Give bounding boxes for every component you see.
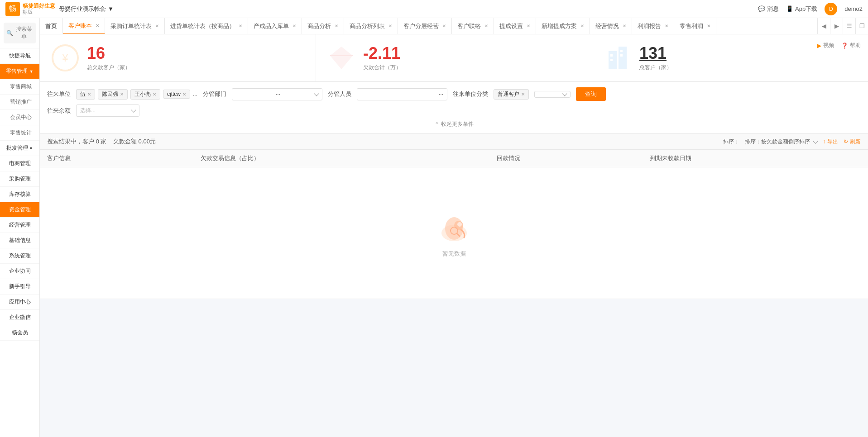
export-button[interactable]: ↑ 导出 xyxy=(823,138,838,146)
tab-new-commission-plan[interactable]: 新增提成方案 ✕ xyxy=(536,18,590,34)
total-customers-value: 131 xyxy=(639,44,672,62)
tab-close-product-analysis[interactable]: ✕ xyxy=(335,24,338,28)
search-menu-button[interactable]: 🔍 搜索菜单 xyxy=(4,23,36,43)
unit-tag-wu-close[interactable]: ✕ xyxy=(87,92,91,97)
tab-inbound-stats[interactable]: 进货单统计表（按商品） ✕ xyxy=(165,18,248,34)
unit-category-dropdown[interactable] xyxy=(534,91,571,98)
avatar[interactable]: D xyxy=(825,3,837,15)
balance-filter-dropdown[interactable]: 选择... xyxy=(76,104,139,117)
filter-row-1: 往来单位 伍 ✕ 陈民强 ✕ 王小亮 ✕ xyxy=(47,87,861,101)
app-subname: 标版 xyxy=(23,9,55,15)
content-area: 首页 客户账本 ✕ 采购订单统计表 ✕ 进货单统计表（按商品） ✕ 产成品入库单… xyxy=(40,18,868,437)
tab-close-customer-contact[interactable]: ✕ xyxy=(484,24,488,28)
col-repayment-status: 回款情况 xyxy=(489,150,643,167)
tab-close-customer-segment[interactable]: ✕ xyxy=(442,24,446,28)
sidebar-item-new-guide[interactable]: 新手引导 xyxy=(0,279,39,294)
sidebar-item-vip-member[interactable]: 畅会员 xyxy=(0,325,39,341)
tab-customer-account[interactable]: 客户账本 ✕ xyxy=(63,18,105,34)
chevron-down-icon-wholesale: ▼ xyxy=(29,146,33,151)
sidebar-item-retail-manage[interactable]: 零售管理 ▼ xyxy=(0,64,39,79)
store-select[interactable]: 母婴行业演示帐套 ▼ xyxy=(59,5,114,13)
tab-purchase-order-stats[interactable]: 采购订单统计表 ✕ xyxy=(105,18,165,34)
help-action-btn[interactable]: ❓ 帮助 xyxy=(841,42,861,49)
unit-category-normal-close[interactable]: ✕ xyxy=(521,92,525,97)
tab-business-status[interactable]: 经营情况 ✕ xyxy=(590,18,632,34)
tab-commission-settings[interactable]: 提成设置 ✕ xyxy=(494,18,536,34)
sidebar-item-retail-mall[interactable]: 零售商城 xyxy=(0,79,39,95)
sidebar-item-inventory[interactable]: 库存核算 xyxy=(0,187,39,202)
collapse-button[interactable]: ⌃ 收起更多条件 xyxy=(47,120,861,128)
tab-close-inbound[interactable]: ✕ xyxy=(239,24,242,28)
tab-close-cost-inbound[interactable]: ✕ xyxy=(293,24,296,28)
search-button[interactable]: 查询 xyxy=(576,87,606,101)
page-content: ¥ 16 总欠款客户（家） xyxy=(40,34,868,437)
sidebar-item-purchase[interactable]: 采购管理 xyxy=(0,171,39,187)
tab-close-profit[interactable]: ✕ xyxy=(665,24,668,28)
empty-row: 暂无数据 xyxy=(40,167,868,299)
sidebar-item-wholesale[interactable]: 批发管理 ▼ xyxy=(0,141,39,156)
overdue-amount-label: 欠款合计（万） xyxy=(363,64,401,71)
page-actions-area: ▶ 视频 ❓ 帮助 xyxy=(817,42,861,49)
unit-category-chevron-icon xyxy=(562,91,567,96)
tab-cost-inbound[interactable]: 产成品入库单 ✕ xyxy=(248,18,302,34)
tab-home[interactable]: 首页 xyxy=(40,18,63,34)
tab-profit-report[interactable]: 利润报告 ✕ xyxy=(632,18,674,34)
tab-customer-segment[interactable]: 客户分层经营 ✕ xyxy=(398,18,452,34)
dept-dropdown-dots: ··· xyxy=(276,91,280,97)
tab-close-customer-account[interactable]: ✕ xyxy=(96,23,99,28)
unit-tag-chen[interactable]: 陈民强 ✕ xyxy=(98,89,128,100)
tab-close-purchase-order[interactable]: ✕ xyxy=(155,24,159,28)
tab-retail-profit[interactable]: 零售利润 ✕ xyxy=(674,18,716,34)
tab-scroll-left[interactable]: ◀ xyxy=(817,18,830,34)
sidebar-item-finance[interactable]: 资金管理 xyxy=(0,202,39,218)
stat-card-overdue-customers: ¥ 16 总欠款客户（家） xyxy=(40,34,316,81)
sidebar-item-ecommerce[interactable]: 电商管理 xyxy=(0,156,39,171)
tab-close-product-analysis-list[interactable]: ✕ xyxy=(388,24,392,28)
tab-close-new-commission[interactable]: ✕ xyxy=(580,24,584,28)
app-download-btn[interactable]: 📱 App下载 xyxy=(786,5,817,13)
sidebar-item-retail-stats[interactable]: 零售统计 xyxy=(0,125,39,141)
unit-filter-more[interactable]: ... xyxy=(193,91,197,97)
chevron-down-icon: ▼ xyxy=(29,69,34,74)
unit-filter-tags: 伍 ✕ 陈民强 ✕ 王小亮 ✕ cjttcw ✕ xyxy=(76,89,197,100)
tab-product-analysis-list[interactable]: 商品分析列表 ✕ xyxy=(344,18,398,34)
sort-select[interactable]: 排序：按欠款金额倒序排序 xyxy=(745,138,817,146)
overdue-customers-label: 总欠款客户（家） xyxy=(87,64,130,71)
dept-filter-dropdown[interactable]: ··· xyxy=(232,88,322,100)
tab-menu-btn[interactable]: ☰ xyxy=(843,18,855,34)
tab-customer-contact[interactable]: 客户联络 ✕ xyxy=(452,18,494,34)
unit-tag-wu[interactable]: 伍 ✕ xyxy=(76,89,95,100)
unit-tag-cjttcw-close[interactable]: ✕ xyxy=(182,92,186,97)
tab-expand-btn[interactable]: ❐ xyxy=(855,18,868,34)
sidebar-item-marketing[interactable]: 营销推广 xyxy=(0,95,39,110)
unit-tag-wang-close[interactable]: ✕ xyxy=(153,92,156,97)
tab-close-business[interactable]: ✕ xyxy=(623,24,626,28)
empty-state-text: 暂无数据 xyxy=(442,250,466,258)
sidebar-item-quick-nav[interactable]: 快捷导航 xyxy=(0,48,39,64)
unit-tag-chen-close[interactable]: ✕ xyxy=(120,92,124,97)
video-icon: ▶ xyxy=(817,43,821,49)
tab-close-commission[interactable]: ✕ xyxy=(527,24,530,28)
person-filter-dropdown[interactable]: ··· xyxy=(357,88,447,100)
refresh-button[interactable]: ↻ 刷新 xyxy=(844,138,861,146)
unit-tag-wang[interactable]: 王小亮 ✕ xyxy=(130,89,160,100)
total-customers-label: 总客户（家） xyxy=(639,64,672,71)
svg-text:¥: ¥ xyxy=(62,52,68,64)
svg-point-13 xyxy=(457,222,462,227)
tab-product-analysis[interactable]: 商品分析 ✕ xyxy=(302,18,344,34)
sidebar-item-app-center[interactable]: 应用中心 xyxy=(0,294,39,310)
tab-close-retail-profit[interactable]: ✕ xyxy=(707,24,710,28)
sidebar-item-basic-info[interactable]: 基础信息 xyxy=(0,233,39,248)
sidebar-item-system[interactable]: 系统管理 xyxy=(0,248,39,264)
sidebar-item-member-center[interactable]: 会员中心 xyxy=(0,110,39,125)
video-action-btn[interactable]: ▶ 视频 xyxy=(817,42,834,49)
sidebar-item-enterprise-wechat[interactable]: 企业微信 xyxy=(0,310,39,325)
sidebar-item-enterprise-collab[interactable]: 企业协同 xyxy=(0,264,39,279)
unit-tag-cjttcw[interactable]: cjttcw ✕ xyxy=(163,90,190,99)
sidebar-item-operations[interactable]: 经营管理 xyxy=(0,218,39,233)
unit-category-tag-normal[interactable]: 普通客户 ✕ xyxy=(494,89,529,100)
col-customer-info: 客户信息 xyxy=(40,150,193,167)
tab-scroll-right[interactable]: ▶ xyxy=(830,18,843,34)
stat-card-total-customers: 131 总客户（家） ▶ 视频 ❓ 帮助 xyxy=(592,34,868,81)
message-btn[interactable]: 💬 消息 xyxy=(758,5,779,13)
